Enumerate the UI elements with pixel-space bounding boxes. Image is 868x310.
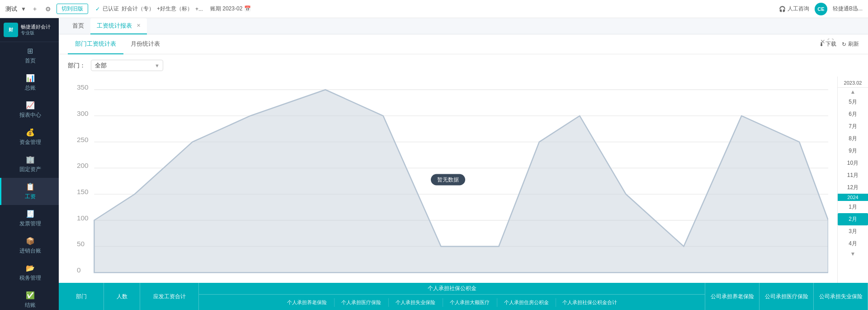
month-apr-2024[interactable]: 4月 [838, 238, 868, 250]
year-2024-section[interactable]: 2024 [838, 194, 868, 201]
sub-tab-monthly[interactable]: 月份统计表 [123, 34, 167, 54]
svg-text:150: 150 [77, 188, 89, 196]
sidebar-item-label-salary: 工资 [25, 193, 36, 200]
month-aug-2023[interactable]: 8月 [838, 133, 868, 145]
sidebar-item-label-invoice: 发票管理 [19, 220, 41, 228]
th-company-pension: 公司承担养老保险 [705, 283, 760, 310]
month-jun-2023[interactable]: 6月 [838, 108, 868, 120]
tab-bar: 首页 工资统计报表 ✕ [59, 18, 868, 34]
month-feb-2024[interactable]: 2月 [838, 213, 868, 225]
filter-bar: 部门： 全部 ▼ [59, 54, 868, 76]
sidebar: 财 畅捷通好会计 专业版 ⊞ 首页 📊 总账 📈 报表中心 💰 资金管理 🏢 固… [0, 18, 59, 310]
month-jul-2023[interactable]: 7月 [838, 120, 868, 133]
month-nov-2023[interactable]: 11月 [838, 169, 868, 181]
month-may-2023[interactable]: 5月 [838, 96, 868, 108]
svg-text:250: 250 [77, 136, 89, 143]
svg-text:100: 100 [77, 214, 89, 222]
certified-label: 已认证 [103, 5, 119, 13]
sidebar-item-funds[interactable]: 💰 资金管理 [0, 124, 59, 151]
tab-close-button[interactable]: ✕ [137, 23, 141, 29]
ledger-icon: 📊 [26, 74, 35, 82]
sub-tab-bar: 部门工资统计表 月份统计表 ⬇ 下载 ↻ 刷新 [59, 34, 868, 54]
top-bar-left: 测试 ▼ ＋ ⚙ 切到旧版 ✓ 已认证 好会计（专） +好生意（标） +... … [5, 4, 779, 14]
refresh-label: 刷新 [848, 40, 859, 48]
service-label: 人工咨询 [788, 5, 809, 13]
nav-up-button[interactable]: ▲ [850, 88, 856, 96]
th-personal-major-medical: 个人承担大额医疗 [443, 298, 497, 307]
add-icon-button[interactable]: ＋ [30, 4, 40, 14]
th-personal-medical: 个人承担医疗保险 [335, 298, 389, 307]
tab-home-label: 首页 [72, 22, 84, 30]
chart-tooltip: 暂无数据 [431, 174, 465, 186]
th-group-personal: 个人承担社保公积金 个人承担养老保险 个人承担医疗保险 个人承担失业保险 个人承… [199, 283, 705, 310]
refresh-button[interactable]: ↻ 刷新 [842, 40, 859, 48]
sidebar-item-closing[interactable]: ✅ 结账 [0, 286, 59, 310]
sidebar-item-label-home: 首页 [25, 57, 36, 65]
sidebar-item-tax[interactable]: 📂 税务管理 [0, 259, 59, 286]
department-filter-label: 部门： [68, 62, 85, 70]
sidebar-item-salary[interactable]: 📋 工资 [0, 178, 59, 205]
closing-icon: ✅ [26, 291, 35, 300]
sidebar-logo: 财 畅捷通好会计 专业版 [0, 18, 59, 42]
tab-salary-report[interactable]: 工资统计报表 ✕ [90, 18, 147, 34]
company-name: 测试 [5, 5, 17, 13]
tag-1: 好会计（专） [122, 5, 154, 13]
th-personal-pension: 个人承担养老保险 [280, 298, 335, 307]
sidebar-item-label-reports: 报表中心 [19, 111, 41, 119]
th-total-salary: 应发工资合计 [140, 283, 199, 310]
month-jan-2024[interactable]: 1月 [838, 201, 868, 213]
sidebar-item-invoice[interactable]: 🧾 发票管理 [0, 205, 59, 232]
month-dec-2023[interactable]: 12月 [838, 181, 868, 194]
sub-tab-department-label: 部门工资统计表 [75, 40, 116, 48]
user-name[interactable]: 轻捷通B迅... [833, 5, 863, 13]
nav-down-button[interactable]: ▼ [850, 250, 856, 258]
company-dropdown-button[interactable]: ▼ [21, 6, 26, 12]
maximize-window-button[interactable]: ⛶ [827, 38, 834, 45]
tag-3: +... [195, 6, 203, 12]
avatar: CE [815, 3, 827, 15]
settings-icon-button[interactable]: ⚙ [43, 5, 53, 14]
sub-tab-monthly-label: 月份统计表 [131, 40, 160, 48]
assets-icon: 🏢 [26, 155, 35, 164]
sidebar-item-assets[interactable]: 🏢 固定资产 [0, 151, 59, 178]
th-personal-housing-fund: 个人承担住房公积金 [497, 298, 556, 307]
tab-home[interactable]: 首页 [66, 18, 90, 34]
month-oct-2023[interactable]: 10月 [838, 157, 868, 169]
th-department: 部门 [59, 283, 104, 310]
top-bar-right: 🎧 人工咨询 CE 轻捷通B迅... [779, 3, 863, 15]
sidebar-item-purchase[interactable]: 📦 进销台账 [0, 232, 59, 259]
content-area: 首页 工资统计报表 ✕ ✕ ⛶ 部门工资统计表 月份统计 [59, 18, 868, 310]
invoice-icon: 🧾 [26, 210, 35, 218]
sub-tab-department[interactable]: 部门工资统计表 [68, 34, 123, 54]
home-icon: ⊞ [27, 47, 33, 55]
salary-icon: 📋 [26, 182, 35, 191]
month-sep-2023[interactable]: 9月 [838, 145, 868, 157]
close-window-button[interactable]: ✕ [820, 38, 826, 45]
headset-icon: 🎧 [779, 6, 786, 12]
refresh-icon: ↻ [842, 41, 846, 48]
tax-icon: 📂 [26, 264, 35, 272]
svg-text:0: 0 [77, 266, 81, 274]
chart-and-panel: 0 50 100 150 200 250 300 350 [59, 76, 868, 283]
sidebar-item-label-closing: 结账 [25, 301, 36, 309]
sidebar-item-ledger[interactable]: 📊 总账 [0, 69, 59, 96]
svg-text:200: 200 [77, 162, 89, 169]
tag-2: +好生意（标） [157, 5, 193, 13]
logo-name: 畅捷通好会计 [21, 24, 51, 30]
sidebar-item-label-assets: 固定资产 [19, 166, 41, 173]
department-select-wrapper: 全部 ▼ [91, 60, 163, 71]
sidebar-item-label-tax: 税务管理 [19, 274, 41, 282]
sidebar-item-label-purchase: 进销台账 [19, 247, 41, 255]
tab-salary-report-label: 工资统计报表 [97, 22, 132, 30]
year-label: 2023.02 [838, 78, 868, 88]
certified-icon: ✓ [95, 6, 100, 12]
service-button[interactable]: 🎧 人工咨询 [779, 5, 809, 13]
sidebar-item-home[interactable]: ⊞ 首页 [0, 42, 59, 69]
switch-button[interactable]: 切到旧版 [57, 4, 88, 14]
sidebar-item-reports[interactable]: 📈 报表中心 [0, 96, 59, 124]
month-mar-2024[interactable]: 3月 [838, 225, 868, 238]
sidebar-item-label-funds: 资金管理 [19, 138, 41, 146]
department-select[interactable]: 全部 [91, 60, 163, 71]
logo-version: 专业版 [21, 30, 51, 36]
th-group-personal-cells: 个人承担养老保险 个人承担医疗保险 个人承担失业保险 个人承担大额医疗 个人承担 [280, 295, 624, 310]
